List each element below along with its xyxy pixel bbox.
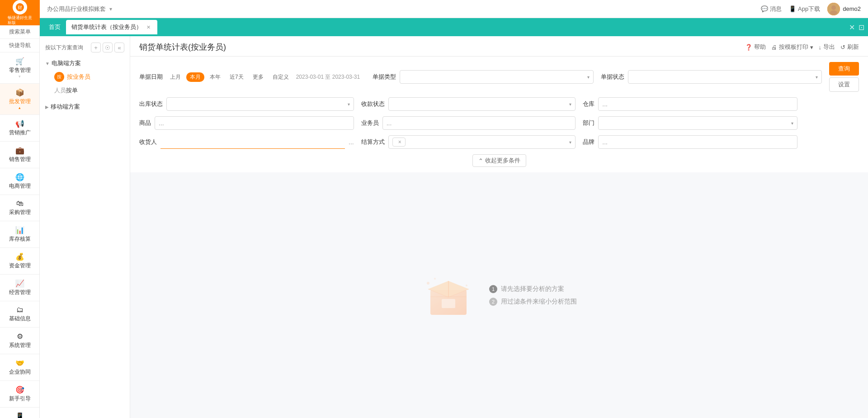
scheme-person-icon: 人员	[54, 86, 66, 95]
header-title: 办公用品行业模拟账套	[47, 5, 106, 13]
sub-tree-desktop: 按 按业务员 人员 按单	[40, 70, 130, 97]
goods-input[interactable]: ...	[155, 116, 354, 130]
tab-home[interactable]: 首页	[43, 20, 66, 34]
dept-select[interactable]: ▾	[598, 116, 797, 130]
tree-collapse-icon: ▶	[45, 104, 49, 109]
date-btn-7days[interactable]: 近7天	[226, 72, 247, 82]
dept-chevron-icon: ▾	[791, 121, 793, 126]
tab-close-icon[interactable]: ✕	[145, 24, 152, 31]
sidebar-item-enterprise[interactable]: 🤝 企业协同	[0, 354, 39, 381]
sidebar-item-system[interactable]: ⚙ 系统管理	[0, 328, 39, 354]
refresh-button[interactable]: ↺ 刷新	[840, 43, 859, 51]
sidebar-item-sales[interactable]: 💼 销售管理	[0, 142, 39, 168]
tab-close-all-icon[interactable]: ✕	[849, 23, 855, 32]
date-btn-custom[interactable]: 自定义	[269, 72, 292, 82]
add-scheme-button[interactable]: +	[91, 43, 101, 52]
filter-area: 单据日期 上月 本月 本年 近7天 更多 自定义 2023-03-01 至 20…	[130, 57, 868, 172]
tab-maximize-icon[interactable]: ⊡	[859, 23, 864, 32]
newbie-icon: 🎯	[15, 385, 24, 394]
receiver-input[interactable]	[160, 135, 345, 149]
print-icon: 🖨	[771, 44, 777, 51]
warehouse-label: 仓库	[583, 100, 594, 108]
sidebar-logo: 财 畅捷通好生意 标版	[0, 0, 40, 25]
empty-icon	[421, 267, 476, 323]
edit-scheme-button[interactable]: ☉	[103, 43, 113, 52]
message-button[interactable]: 💬 消息	[761, 5, 782, 13]
staff-input[interactable]: ...	[382, 116, 576, 130]
sidebar-item-wholesale[interactable]: 📦 批发管理 ▴	[0, 84, 39, 115]
date-label: 单据日期	[139, 73, 163, 81]
sidebar-item-ecommerce[interactable]: 🌐 电商管理	[0, 168, 39, 195]
username-label[interactable]: demo2	[843, 5, 861, 12]
help-button[interactable]: ❓ 帮助	[745, 43, 766, 51]
filter-receiver-item: 收货人 ...	[139, 135, 354, 149]
sidebar-item-newbie[interactable]: 🎯 新手引导	[0, 381, 39, 408]
tree-desktop-item[interactable]: ▼ 电脑端方案	[40, 57, 130, 70]
receive-chevron-icon: ▾	[569, 102, 571, 107]
user-avatar[interactable]	[827, 3, 840, 15]
pay-tag-close[interactable]: ×	[398, 139, 401, 145]
scheme-icon: 按	[54, 72, 64, 82]
filter-row-4: 收货人 ... 结算方式 × ▾	[139, 135, 859, 149]
download-button[interactable]: 📱 App下载	[789, 5, 820, 13]
system-icon: ⚙	[17, 332, 23, 341]
scheme-by-staff[interactable]: 按 按业务员	[49, 70, 130, 84]
receive-select[interactable]: ▾	[388, 97, 576, 111]
sidebar-item-apps[interactable]: 📱 应用中心	[0, 408, 39, 418]
filter-type-item: 单据类型 ▾	[373, 70, 594, 84]
sidebar-item-operations[interactable]: 📈 经营管理	[0, 275, 39, 301]
pay-select[interactable]: × ▾	[388, 135, 576, 149]
sidebar-item-inventory[interactable]: 📊 库存核算	[0, 221, 39, 248]
date-btn-more[interactable]: 更多	[249, 72, 267, 82]
collapse-button[interactable]: ⌃ 收起更多条件	[472, 154, 526, 167]
date-btn-this-year[interactable]: 本年	[206, 72, 224, 82]
tree-mobile-item[interactable]: ▶ 移动端方案	[40, 100, 130, 113]
tab-sales-stat[interactable]: 销货单统计表（按业务员） ✕	[66, 20, 157, 34]
sidebar-item-purchase[interactable]: 🛍 采购管理	[0, 195, 39, 221]
page-title: 销货单统计表(按业务员)	[139, 42, 226, 52]
empty-hint-2: 2 用过滤条件来缩小分析范围	[489, 298, 577, 306]
finance-icon: 💰	[15, 252, 24, 261]
left-panel-actions: + ☉ «	[91, 43, 124, 52]
receiver-dots[interactable]: ...	[349, 138, 354, 146]
marketing-icon: 📢	[15, 119, 24, 128]
collapse-panel-button[interactable]: «	[114, 43, 124, 52]
user-section: demo2	[827, 3, 861, 15]
print-dropdown-icon: ▾	[810, 44, 813, 51]
export-button[interactable]: ↓ 导出	[819, 43, 835, 51]
scheme-by-order[interactable]: 人员 按单	[49, 84, 130, 97]
out-select[interactable]: ▾	[166, 97, 354, 111]
svg-text:财: 财	[18, 5, 22, 10]
retail-icon: 🛒	[15, 57, 24, 66]
header-dropdown-icon[interactable]: ▾	[109, 6, 112, 12]
filter-staff-item: 业务员 ...	[361, 116, 576, 130]
filter-status-item: 单据状态 ▾	[601, 70, 822, 84]
date-btn-last-month[interactable]: 上月	[166, 72, 184, 82]
query-settings-buttons: 查询 设置	[829, 62, 859, 92]
settings-button[interactable]: 设置	[829, 77, 859, 92]
sidebar-nav-shortcut[interactable]: 快捷导航	[0, 39, 39, 52]
tab-bar-right: ✕ ⊡	[849, 23, 864, 32]
svg-point-13	[434, 278, 436, 280]
tree-expand-icon: ▼	[45, 61, 50, 66]
date-btn-this-month[interactable]: 本月	[186, 72, 204, 82]
template-print-button[interactable]: 🖨 按模板打印 ▾	[771, 43, 813, 51]
page-actions: ❓ 帮助 🖨 按模板打印 ▾ ↓ 导出 ↺ 刷新	[745, 43, 859, 51]
brand-input[interactable]: ...	[598, 135, 797, 149]
warehouse-input[interactable]: ...	[598, 97, 797, 111]
filter-date-group: 上月 本月 本年 近7天 更多 自定义 2023-03-01 至 2023-03…	[166, 72, 360, 82]
sidebar-search[interactable]: 搜索菜单	[0, 25, 39, 39]
type-chevron-icon: ▾	[587, 75, 590, 80]
sidebar-item-retail[interactable]: 🛒 零售管理 ▾	[0, 52, 39, 84]
type-label: 单据类型	[373, 73, 396, 81]
type-select[interactable]: ▾	[400, 70, 594, 84]
query-button[interactable]: 查询	[829, 62, 859, 76]
receiver-label: 收货人	[139, 138, 157, 146]
sidebar-item-finance[interactable]: 💰 资金管理	[0, 248, 39, 275]
sidebar-item-marketing[interactable]: 📢 营销推广	[0, 115, 39, 142]
filter-row-3: 商品 ... 业务员 ... 部门	[139, 116, 859, 130]
status-select[interactable]: ▾	[628, 70, 822, 84]
sidebar-item-basic[interactable]: 🗂 基础信息	[0, 301, 39, 328]
inventory-icon: 📊	[15, 226, 24, 234]
out-chevron-icon: ▾	[348, 102, 350, 107]
